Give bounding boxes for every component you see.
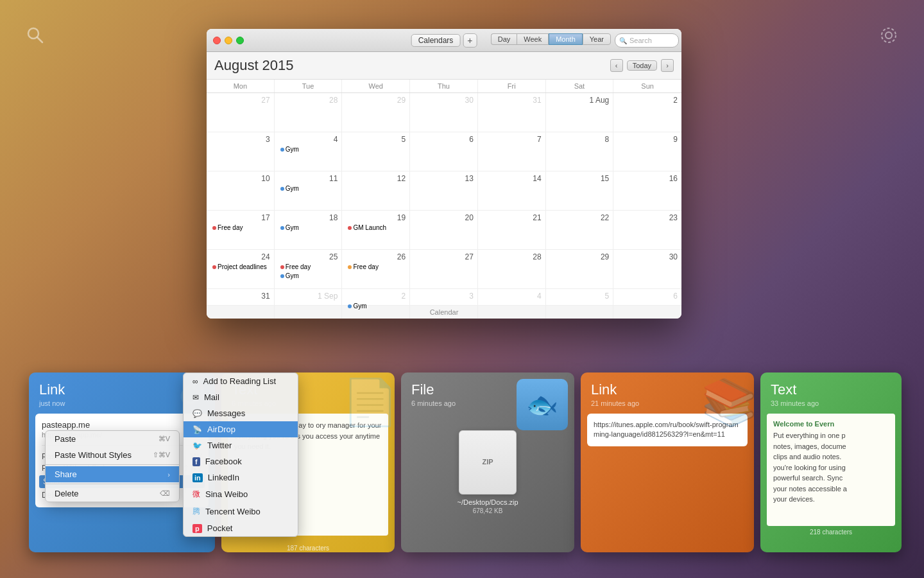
calendar-week-6: 31 1 Sep 2 Gym 3 4 5 6	[207, 289, 681, 319]
event-gm-launch[interactable]: GM Launch	[346, 223, 406, 232]
cal-day-31aug[interactable]: 31	[207, 289, 275, 319]
cal-day-2sep[interactable]: 2 Gym	[342, 289, 410, 319]
day-number: 5	[550, 292, 610, 301]
submenu-pocket[interactable]: p Pocket	[184, 520, 298, 536]
calendar-week-2: 3 4 Gym 5 6 7 8 9	[207, 132, 681, 171]
event-gym[interactable]: Gym	[278, 184, 338, 193]
view-month-button[interactable]: Month	[549, 33, 583, 45]
event-gym[interactable]: Gym	[278, 145, 338, 153]
cal-day-30jul[interactable]: 30	[410, 93, 478, 132]
next-month-button[interactable]: ›	[661, 59, 674, 72]
card3-header: File 6 minutes ago 🐟	[401, 372, 574, 430]
submenu-mail[interactable]: ✉ Mail	[184, 389, 298, 405]
event-free-day2[interactable]: Free day	[346, 263, 406, 271]
cal-day-25aug[interactable]: 25 Free day Gym	[275, 250, 343, 288]
cal-day-12aug[interactable]: 12	[342, 171, 410, 210]
card-text-green[interactable]: Text 33 minutes ago Welcome to Evern Put…	[760, 372, 902, 552]
cal-day-4sep[interactable]: 4	[478, 289, 546, 319]
cal-day-29jul[interactable]: 29	[342, 93, 410, 132]
cal-day-29aug[interactable]: 29	[546, 250, 614, 288]
day-number: 6	[414, 135, 474, 144]
card3-type: File	[401, 372, 466, 399]
ctx-paste[interactable]: Paste ⌘V	[46, 431, 179, 447]
calendar-title: August 2015	[214, 57, 294, 74]
submenu-tencent-weibo[interactable]: 腾 Tencent Weibo	[184, 503, 298, 520]
cal-day-28aug[interactable]: 28	[478, 250, 546, 288]
cal-day-4aug[interactable]: 4 Gym	[275, 132, 343, 171]
view-week-button[interactable]: Week	[517, 33, 549, 45]
prev-month-button[interactable]: ‹	[610, 59, 623, 72]
cal-day-17aug[interactable]: 17 Free day	[207, 211, 275, 249]
cal-day-9aug[interactable]: 9	[613, 132, 681, 171]
ctx-delete-label: Delete	[55, 489, 79, 498]
day-number: 12	[346, 174, 406, 183]
cal-day-6sep[interactable]: 6	[613, 289, 681, 319]
event-free-day[interactable]: Free day	[278, 263, 338, 271]
submenu-add-reading-list[interactable]: ∞ Add to Reading List	[184, 373, 298, 389]
pocket-label: Pocket	[207, 523, 233, 533]
cal-day-5aug[interactable]: 5	[342, 132, 410, 171]
event-gym[interactable]: Gym	[278, 272, 338, 280]
cal-day-14aug[interactable]: 14	[478, 171, 546, 210]
desktop-search-icon[interactable]	[26, 26, 45, 45]
cal-day-11aug[interactable]: 11 Gym	[275, 171, 343, 210]
ctx-paste-without-styles[interactable]: Paste Without Styles ⇧⌘V	[46, 447, 179, 463]
cal-day-1sep[interactable]: 1 Sep	[275, 289, 343, 319]
submenu-twitter[interactable]: 🐦 Twitter	[184, 437, 298, 453]
submenu-sina-weibo[interactable]: 微 Sina Weibo	[184, 486, 298, 503]
view-year-button[interactable]: Year	[583, 33, 611, 45]
day-number: 30	[617, 252, 678, 261]
calendar-search-bar[interactable]: 🔍 Search	[615, 33, 679, 48]
desktop-gear-icon[interactable]	[879, 26, 898, 45]
cal-day-23aug[interactable]: 23	[613, 211, 681, 249]
cal-day-19aug[interactable]: 19 GM Launch	[342, 211, 410, 249]
cal-day-8aug[interactable]: 8	[546, 132, 614, 171]
cal-day-10aug[interactable]: 10	[207, 171, 275, 210]
cal-day-15aug[interactable]: 15	[546, 171, 614, 210]
cal-day-7aug[interactable]: 7	[478, 132, 546, 171]
ctx-delete[interactable]: Delete ⌫	[46, 486, 179, 502]
linkedin-icon: in	[193, 473, 203, 482]
today-button[interactable]: Today	[627, 60, 657, 71]
event-gym[interactable]: Gym	[346, 302, 406, 310]
cal-day-1aug[interactable]: 1 Aug	[546, 93, 614, 132]
card1-url-title: pasteapp.me	[42, 420, 202, 430]
cal-day-27aug[interactable]: 27	[410, 250, 478, 288]
cal-day-31jul[interactable]: 31	[478, 93, 546, 132]
event-gym[interactable]: Gym	[278, 223, 338, 232]
close-button[interactable]	[213, 37, 221, 44]
minimize-button[interactable]	[225, 37, 232, 44]
maximize-button[interactable]	[236, 37, 244, 44]
view-day-button[interactable]: Day	[491, 33, 517, 45]
calendars-button[interactable]: Calendars	[411, 34, 461, 47]
cal-day-26aug[interactable]: 26 Free day	[342, 250, 410, 288]
cal-day-21aug[interactable]: 21	[478, 211, 546, 249]
cal-day-3sep[interactable]: 3	[410, 289, 478, 319]
card5-heading: Welcome to Evern	[773, 420, 889, 428]
day-number: 19	[346, 213, 406, 222]
event-free-day[interactable]: Free day	[210, 223, 270, 232]
cal-day-18aug[interactable]: 18 Gym	[275, 211, 343, 249]
cal-day-22aug[interactable]: 22	[546, 211, 614, 249]
search-placeholder: Search	[629, 37, 652, 44]
cal-day-2aug[interactable]: 2	[613, 93, 681, 132]
event-project-deadlines[interactable]: Project deadlines	[210, 263, 270, 271]
card-link-orange[interactable]: Link 21 minutes ago https://itunes.apple…	[581, 372, 754, 552]
cal-day-6aug[interactable]: 6	[410, 132, 478, 171]
ctx-share[interactable]: Share ›	[46, 466, 179, 482]
cal-day-24aug[interactable]: 24 Project deadlines	[207, 250, 275, 288]
cal-day-5sep[interactable]: 5	[546, 289, 614, 319]
add-calendar-button[interactable]: +	[463, 33, 477, 48]
cal-day-28jul[interactable]: 28	[275, 93, 343, 132]
cal-day-20aug[interactable]: 20	[410, 211, 478, 249]
submenu-airdrop[interactable]: 📡 AirDrop	[184, 421, 298, 437]
submenu-facebook[interactable]: f Facebook	[184, 453, 298, 469]
cal-day-16aug[interactable]: 16	[613, 171, 681, 210]
submenu-linkedin[interactable]: in LinkedIn	[184, 469, 298, 486]
submenu-messages[interactable]: 💬 Messages	[184, 405, 298, 421]
cal-day-3aug[interactable]: 3	[207, 132, 275, 171]
cal-day-13aug[interactable]: 13	[410, 171, 478, 210]
cal-day-27jul[interactable]: 27	[207, 93, 275, 132]
cal-day-30aug[interactable]: 30	[613, 250, 681, 288]
card-file-gray[interactable]: File 6 minutes ago 🐟 ZIP ~/Desktop/Docs.…	[401, 372, 574, 552]
